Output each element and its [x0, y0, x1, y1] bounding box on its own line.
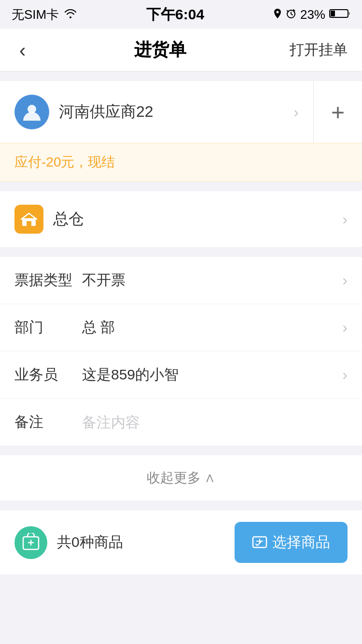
page-title: 进货单: [134, 38, 186, 62]
invoice-chevron-icon: ›: [342, 271, 348, 289]
carrier-text: 无SIM卡: [12, 6, 59, 23]
supplier-selector[interactable]: 河南供应商22 ›: [0, 81, 314, 143]
status-right: 23%: [273, 7, 350, 22]
warehouse-name: 总仓: [53, 209, 337, 230]
battery-icon: [329, 7, 350, 22]
warehouse-row[interactable]: 总仓 ›: [0, 191, 362, 247]
invoice-label: 票据类型: [14, 270, 82, 290]
status-bar: 无SIM卡 下午6:04 23%: [0, 0, 362, 29]
warehouse-icon: [14, 205, 43, 234]
back-button[interactable]: ‹: [14, 36, 30, 65]
product-icon: [14, 526, 47, 559]
department-value: 总 部: [82, 318, 337, 337]
collapse-row[interactable]: 收起更多 ∧: [0, 455, 362, 501]
open-pending-button[interactable]: 打开挂单: [290, 40, 348, 60]
invoice-row[interactable]: 票据类型 不开票 ›: [0, 257, 362, 304]
battery-text: 23%: [300, 7, 325, 22]
footer-section: 共0种商品 选择商品: [0, 510, 362, 574]
note-input[interactable]: [82, 414, 348, 431]
alarm-icon: [286, 7, 296, 22]
department-chevron-icon: ›: [342, 319, 348, 336]
notice-banner: 应付-20元，现结: [0, 143, 362, 182]
form-section: 票据类型 不开票 › 部门 总 部 › 业务员 这是859的小智 › 备注: [0, 257, 362, 446]
invoice-value: 不开票: [82, 270, 337, 290]
warehouse-chevron-icon: ›: [342, 210, 348, 228]
supplier-avatar: [14, 95, 49, 129]
nav-bar: ‹ 进货单 打开挂单: [0, 29, 362, 71]
note-label: 备注: [14, 412, 82, 432]
product-count: 共0种商品: [57, 532, 235, 552]
svg-rect-2: [331, 11, 335, 16]
salesman-value: 这是859的小智: [82, 365, 337, 385]
svg-rect-5: [27, 221, 31, 226]
wifi-icon: [64, 7, 77, 22]
supplier-section: 河南供应商22 › +: [0, 81, 362, 143]
plus-icon: +: [331, 99, 345, 126]
note-row: 备注: [0, 399, 362, 446]
notice-text: 应付-20元，现结: [14, 154, 115, 169]
content: 河南供应商22 › + 应付-20元，现结 总仓 › 票据类型 不开票 ›: [0, 81, 362, 603]
salesman-chevron-icon: ›: [342, 366, 348, 384]
department-label: 部门: [14, 318, 82, 337]
department-row[interactable]: 部门 总 部 ›: [0, 304, 362, 351]
select-product-label: 选择商品: [272, 532, 330, 552]
select-product-button[interactable]: 选择商品: [235, 522, 348, 563]
location-icon: [273, 7, 282, 22]
salesman-row[interactable]: 业务员 这是859的小智 ›: [0, 351, 362, 399]
supplier-name: 河南供应商22: [59, 101, 289, 123]
collapse-label: 收起更多 ∧: [147, 469, 216, 487]
supplier-chevron-icon: ›: [293, 103, 299, 121]
status-left: 无SIM卡: [12, 6, 77, 23]
supplier-add-button[interactable]: +: [314, 81, 362, 143]
salesman-label: 业务员: [14, 365, 82, 385]
status-time: 下午6:04: [146, 5, 204, 25]
